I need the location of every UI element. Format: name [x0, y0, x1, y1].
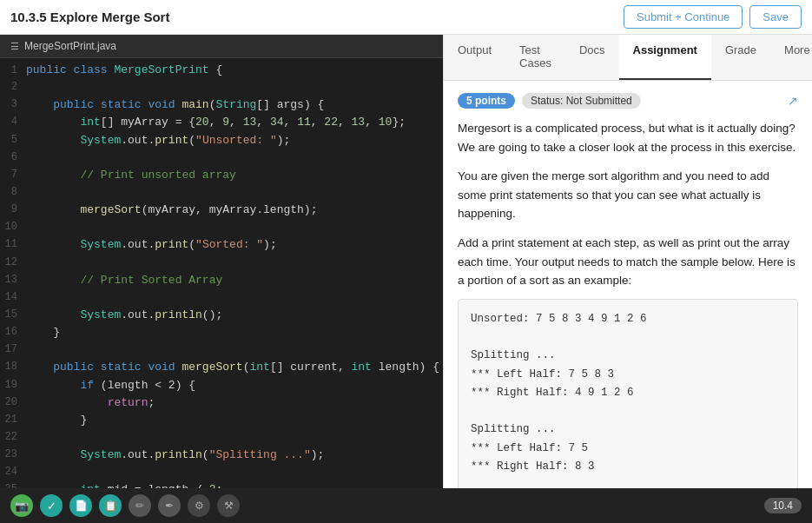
tab-more[interactable]: More [770, 35, 812, 80]
table-row: 24 [0, 464, 443, 481]
tabs-bar: Output Test Cases Docs Assignment Grade … [444, 35, 812, 81]
right-panel: Output Test Cases Docs Assignment Grade … [443, 35, 812, 488]
table-row: 10 [0, 219, 443, 236]
table-row: 4 int[] myArray = {20, 9, 13, 34, 11, 22… [0, 114, 443, 131]
table-row: 1 public class MergeSortPrint { [0, 62, 443, 79]
tab-docs[interactable]: Docs [565, 35, 619, 80]
check-icon[interactable]: ✓ [40, 494, 63, 517]
camera-icon[interactable]: 📷 [10, 494, 33, 517]
assignment-para-1: Mergesort is a complicated process, but … [458, 119, 798, 156]
version-badge: 10.4 [764, 498, 802, 513]
table-row: 5 System.out.print("Unsorted: "); [0, 132, 443, 149]
assignment-para-3: Add a print statement at each step, as w… [458, 234, 798, 290]
file-icon: ☰ [10, 41, 19, 52]
tab-grade[interactable]: Grade [711, 35, 770, 80]
table-row: 15 System.out.println(); [0, 307, 443, 324]
status-badge: Status: Not Submitted [522, 93, 641, 109]
meta-row: 5 points Status: Not Submitted ↗ [458, 93, 798, 109]
table-row: 22 [0, 429, 443, 447]
code-panel: ☰ MergeSortPrint.java 1 public class Mer… [0, 35, 443, 488]
table-row: 21 } [0, 412, 443, 429]
tab-assignment[interactable]: Assignment [619, 35, 711, 80]
page-title: 10.3.5 Explore Merge Sort [10, 10, 624, 24]
tab-output[interactable]: Output [444, 35, 505, 80]
pencil2-icon[interactable]: ✒ [158, 494, 181, 517]
table-row: 14 [0, 289, 443, 307]
table-row: 25 int mid = length / 2; [0, 481, 443, 488]
table-row: 19 if (length < 2) { [0, 377, 443, 394]
table-row: 9 mergeSort(myArray, myArray.length); [0, 202, 443, 219]
assignment-para-2: You are given the merge sort algorithm a… [458, 167, 798, 223]
table-row: 18 public static void mergeSort(int[] cu… [0, 359, 443, 376]
doc2-icon[interactable]: 📋 [99, 494, 122, 517]
points-badge: 5 points [458, 93, 515, 109]
table-row: 2 [0, 79, 443, 96]
table-row: 17 [0, 341, 443, 359]
table-row: 11 System.out.print("Sorted: "); [0, 236, 443, 254]
table-row: 23 System.out.println("Splitting ..."); [0, 447, 443, 464]
table-row: 3 public static void main(String[] args)… [0, 96, 443, 114]
table-row: 12 [0, 255, 443, 272]
table-row: 16 } [0, 324, 443, 341]
tool1-icon[interactable]: ⚙ [188, 494, 210, 517]
table-row: 13 // Print Sorted Array [0, 272, 443, 289]
submit-continue-button[interactable]: Submit + Continue [624, 5, 743, 29]
pencil-icon[interactable]: ✏ [129, 494, 151, 517]
bottom-toolbar: 📷 ✓ 📄 📋 ✏ ✒ ⚙ ⚒ 10.4 [0, 488, 812, 523]
external-link-icon[interactable]: ↗ [788, 94, 798, 108]
table-row: 8 [0, 184, 443, 202]
file-tab[interactable]: ☰ MergeSortPrint.java [0, 35, 443, 58]
doc-icon[interactable]: 📄 [69, 494, 92, 517]
tab-test-cases[interactable]: Test Cases [505, 35, 565, 80]
tool2-icon[interactable]: ⚒ [217, 494, 240, 517]
file-name: MergeSortPrint.java [24, 40, 116, 52]
assignment-content: 5 points Status: Not Submitted ↗ Mergeso… [444, 81, 812, 488]
table-row: 7 // Print unsorted array [0, 167, 443, 184]
table-row: 6 [0, 149, 443, 167]
code-area[interactable]: 1 public class MergeSortPrint { 2 3 publ… [0, 58, 443, 488]
code-example: Unsorted: 7 5 8 3 4 9 1 2 6 Splitting ..… [458, 299, 798, 488]
save-button[interactable]: Save [749, 5, 802, 29]
table-row: 20 return; [0, 394, 443, 412]
